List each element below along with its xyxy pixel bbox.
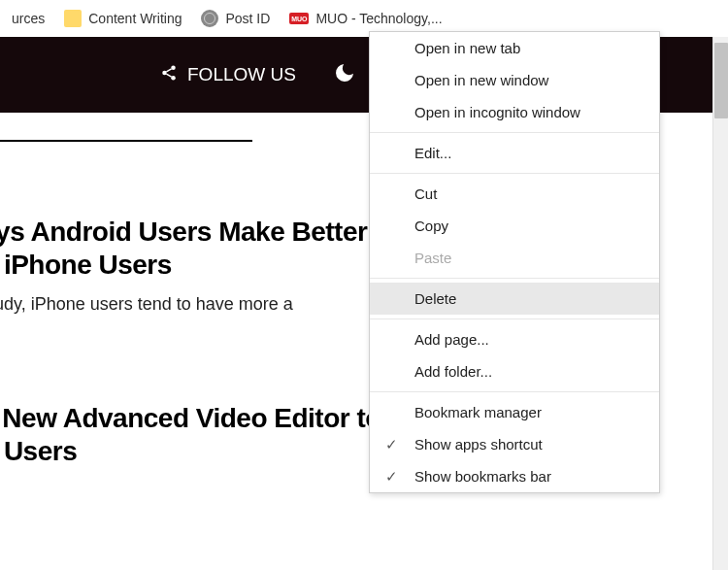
svg-point-1 bbox=[162, 70, 167, 75]
menu-copy[interactable]: Copy bbox=[370, 210, 659, 242]
bookmark-label: urces bbox=[12, 11, 45, 26]
bookmark-label: Content Writing bbox=[88, 11, 182, 26]
article-divider bbox=[0, 140, 252, 142]
menu-show-apps[interactable]: ✓ Show apps shortcut bbox=[370, 428, 659, 460]
menu-paste: Paste bbox=[370, 242, 659, 274]
bookmark-item-content-writing[interactable]: Content Writing bbox=[56, 6, 189, 31]
menu-open-new-window[interactable]: Open in new window bbox=[370, 64, 659, 96]
check-icon: ✓ bbox=[385, 436, 398, 453]
menu-open-incognito[interactable]: Open in incognito window bbox=[370, 96, 659, 128]
check-icon: ✓ bbox=[385, 468, 398, 486]
bookmark-label: Post ID bbox=[225, 11, 270, 26]
follow-us-label: FOLLOW US bbox=[187, 64, 296, 85]
menu-delete[interactable]: Delete bbox=[370, 283, 659, 315]
follow-us-link[interactable]: FOLLOW US bbox=[160, 64, 296, 86]
menu-divider bbox=[370, 278, 659, 279]
scroll-thumb[interactable] bbox=[714, 43, 728, 118]
folder-icon bbox=[64, 10, 82, 27]
menu-add-page[interactable]: Add page... bbox=[370, 323, 659, 355]
bookmark-item-sources[interactable]: urces bbox=[4, 7, 52, 30]
menu-add-folder[interactable]: Add folder... bbox=[370, 355, 659, 387]
menu-divider bbox=[370, 132, 659, 133]
share-icon bbox=[160, 64, 178, 86]
bookmark-label: MUO - Technology,... bbox=[315, 11, 442, 26]
moon-icon[interactable] bbox=[333, 61, 356, 88]
menu-show-bookmarks[interactable]: ✓ Show bookmarks bar bbox=[370, 460, 659, 492]
menu-cut[interactable]: Cut bbox=[370, 178, 659, 210]
menu-open-new-tab[interactable]: Open in new tab bbox=[370, 32, 659, 64]
bookmark-item-post-id[interactable]: Post ID bbox=[193, 6, 278, 31]
menu-bookmark-manager[interactable]: Bookmark manager bbox=[370, 396, 659, 428]
svg-point-0 bbox=[171, 65, 176, 70]
menu-divider bbox=[370, 391, 659, 392]
menu-edit[interactable]: Edit... bbox=[370, 137, 659, 169]
menu-divider bbox=[370, 319, 659, 319]
menu-divider bbox=[370, 173, 659, 174]
vertical-scrollbar[interactable] bbox=[712, 37, 728, 570]
muo-icon: MUO bbox=[289, 13, 309, 24]
svg-point-2 bbox=[171, 76, 176, 81]
globe-icon bbox=[201, 10, 218, 27]
bookmark-item-muo[interactable]: MUO MUO - Technology,... bbox=[281, 7, 449, 30]
bookmark-context-menu: Open in new tab Open in new window Open … bbox=[369, 31, 660, 493]
